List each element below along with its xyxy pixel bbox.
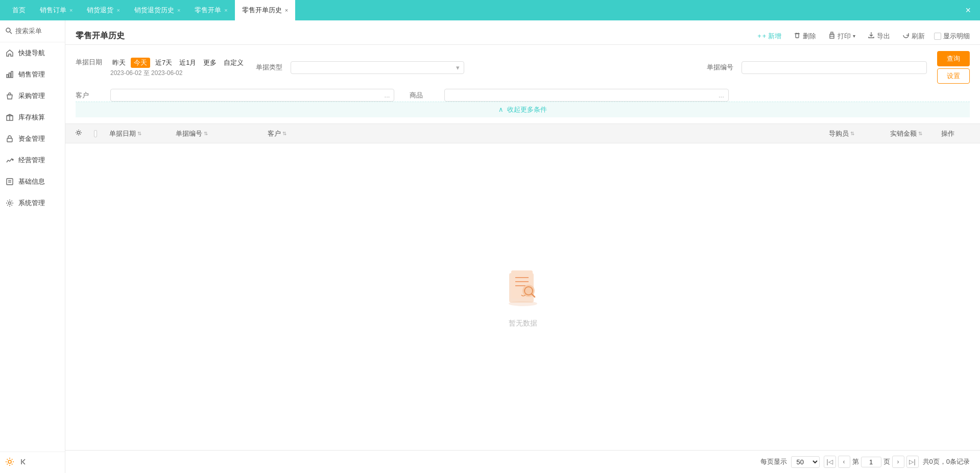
sidebar-item-sales-mgmt[interactable]: 销售管理 [0,64,65,85]
customer-label: 客户 [76,91,106,100]
main-layout: 搜索采单 快捷导航 销售管理 采购管理 [0,20,980,473]
tab-close-sales-order[interactable]: × [69,7,73,13]
th-date[interactable]: 单据日期 ⇅ [103,125,170,142]
tab-close-retail-open[interactable]: × [224,7,227,13]
table-header: 单据日期 ⇅ 单据编号 ⇅ 客户 ⇅ 导购员 ⇅ 实销金额 ⇅ [65,124,980,143]
last-page-button[interactable]: ▷| [906,456,919,468]
select-all-checkbox[interactable] [94,130,97,137]
tab-close-sales-return-history[interactable]: × [177,7,180,13]
goods-input[interactable]: ... [444,89,728,102]
pagination: 每页显示 50 10 20 100 |◁ ‹ 第 页 › ▷| 共0页，0条记录 [65,450,980,473]
svg-rect-3 [9,73,11,78]
th-amount[interactable]: 实销金额 ⇅ [884,125,935,142]
page-title: 零售开单历史 [76,31,125,41]
sidebar-search[interactable]: 搜索采单 [0,20,65,42]
svg-line-1 [10,32,12,34]
print-dropdown-icon: ▾ [853,33,855,39]
sidebar-bottom [0,452,65,473]
sidebar-item-quick-nav[interactable]: 快捷导航 [0,42,65,64]
th-guide[interactable]: 导购员 ⇅ [823,125,884,142]
date-opt-today[interactable]: 今天 [131,58,150,68]
tab-retail-open[interactable]: 零售开单 × [187,0,234,20]
tab-retail-open-history[interactable]: 零售开单历史 × [235,0,295,20]
date-opt-custom[interactable]: 自定义 [222,58,246,68]
export-button[interactable]: 导出 [865,30,893,43]
empty-icon [500,265,546,313]
page-input[interactable] [861,457,881,467]
refresh-icon [902,32,910,40]
page-header: 零售开单历史 + + 新增 删除 [65,20,980,45]
sidebar-item-finance[interactable]: 资金管理 [0,128,65,150]
print-icon [828,32,835,40]
home-icon [5,48,14,58]
sidebar-item-inventory[interactable]: 库存核算 [0,107,65,128]
next-page-button[interactable]: › [892,456,904,468]
svg-point-12 [9,202,11,205]
date-options: 昨天 今天 近7天 近1月 更多 自定义 [110,58,246,68]
per-page-select[interactable]: 50 10 20 100 [791,456,820,468]
collapse-more-button[interactable]: ∧ 收起更多条件 [76,102,970,117]
sidebar-item-basic-info[interactable]: 基础信息 [0,171,65,192]
chart-icon [5,70,14,79]
sidebar-collapse-icon[interactable] [19,457,29,468]
refresh-button[interactable]: 刷新 [899,30,928,43]
svg-point-8 [12,159,13,160]
date-opt-more[interactable]: 更多 [201,58,219,68]
col-settings-icon [75,129,82,138]
window-close-button[interactable]: × [961,5,975,16]
collapse-up-icon: ∧ [498,106,504,113]
date-opt-yesterday[interactable]: 昨天 [110,58,128,68]
sidebar-item-business[interactable]: 经营管理 [0,150,65,171]
list-icon [5,177,14,186]
order-no-label: 单据编号 [707,63,737,72]
tab-sales-order[interactable]: 销售订单 × [33,0,80,20]
delete-button[interactable]: 删除 [791,30,819,43]
sidebar-settings-icon[interactable] [5,457,14,468]
order-no-input[interactable] [742,61,927,74]
gear-icon [5,198,14,208]
goods-ellipsis: ... [719,91,724,99]
setting-button[interactable]: 设置 [937,68,970,84]
sort-guide-icon: ⇅ [850,131,854,136]
tab-home[interactable]: 首页 [5,0,33,20]
tab-sales-return-history[interactable]: 销货退货历史 × [127,0,187,20]
query-button[interactable]: 查询 [937,51,970,66]
add-icon: + [757,32,761,40]
tab-close-retail-open-history[interactable]: × [285,7,288,13]
th-settings[interactable] [69,125,88,142]
th-order-no[interactable]: 单据编号 ⇅ [170,125,261,142]
sidebar-item-purchase-mgmt[interactable]: 采购管理 [0,85,65,107]
graph-icon [5,156,14,165]
per-page-label: 每页显示 [760,457,787,466]
date-opt-7days[interactable]: 近7天 [153,58,174,68]
type-select[interactable]: ▾ [291,61,464,74]
sidebar-item-system[interactable]: 系统管理 [0,192,65,214]
toolbar: + + 新增 删除 [754,30,970,43]
filter-row-1: 单据日期 昨天 今天 近7天 近1月 更多 自定义 2023-06-02 至 2… [76,51,970,84]
tab-sales-return[interactable]: 销货退货 × [80,0,127,20]
svg-rect-20 [831,32,833,34]
svg-rect-4 [11,71,13,78]
th-check[interactable] [88,126,103,141]
sort-orderno-icon: ⇅ [204,131,208,136]
print-button[interactable]: 打印 ▾ [825,30,858,43]
th-customer[interactable]: 客户 ⇅ [261,125,823,142]
empty-text: 暂无数据 [509,319,537,328]
date-opt-1month[interactable]: 近1月 [177,58,198,68]
type-select-arrow: ▾ [456,64,460,71]
svg-rect-19 [830,36,834,38]
display-detail-check[interactable] [934,33,941,40]
first-page-button[interactable]: |◁ [824,456,836,468]
prev-page-button[interactable]: ‹ [838,456,850,468]
display-detail-checkbox[interactable]: 显示明细 [934,32,970,41]
goods-field: 商品 ... [410,89,728,102]
th-action: 操作 [935,125,976,142]
content-area: 零售开单历史 + + 新增 删除 [65,20,980,473]
date-label: 单据日期 [76,58,106,67]
export-icon [868,32,875,40]
sort-date-icon: ⇅ [137,131,141,136]
svg-point-0 [6,28,10,32]
tab-close-sales-return[interactable]: × [116,7,119,13]
customer-input[interactable]: ... [110,89,394,102]
add-button[interactable]: + + 新增 [754,30,784,43]
